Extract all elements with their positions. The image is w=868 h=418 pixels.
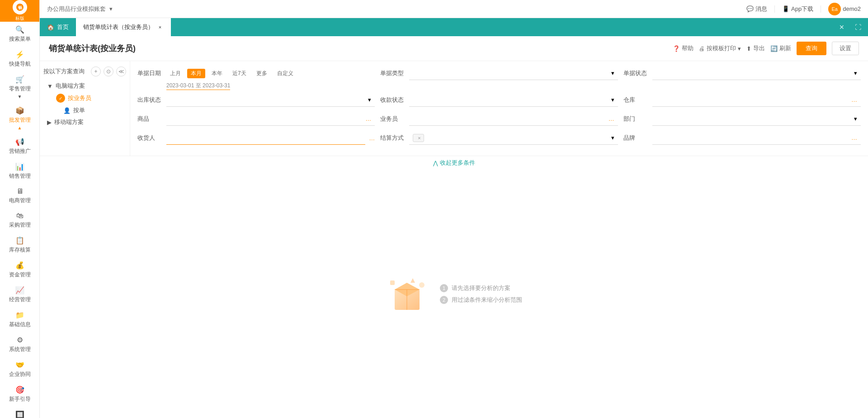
filter-row-1: 单据日期 上月 本月 本年 近7天 更多 自定义 单据类型 [137, 66, 861, 80]
filter-salesperson: 业务员 … [380, 112, 618, 126]
sidebar-item-wholesale[interactable]: 📦 批发管理 ▲ [0, 103, 40, 134]
filter-warehouse: 仓库 … [623, 93, 861, 107]
help-button[interactable]: ❓ 帮助 [673, 44, 693, 52]
svg-text:畅: 畅 [18, 5, 22, 10]
tab-close-icon[interactable]: × [156, 24, 164, 31]
user-button[interactable]: Ea demo2 [828, 3, 861, 15]
warehouse-dots[interactable]: … [851, 96, 857, 103]
date-last-month-btn[interactable]: 上月 [166, 69, 184, 78]
receiver-input[interactable] [166, 131, 365, 145]
sidebar-item-newbie[interactable]: 🎯 新手引导 [0, 382, 40, 407]
sales-icon: 📊 [15, 162, 24, 171]
window-close-button[interactable]: ✕ [835, 21, 848, 33]
settings-button[interactable]: 设置 [832, 42, 859, 55]
sidebar-item-marketing[interactable]: 📢 营销推广 [0, 134, 40, 159]
receiver-label: 收货人 [137, 134, 163, 142]
right-panel: 单据日期 上月 本月 本年 近7天 更多 自定义 单据类型 [130, 61, 868, 156]
sidebar-item-inventory[interactable]: 📋 库存核算 [0, 233, 40, 257]
home-icon: 🏠 [47, 24, 54, 31]
left-panel: 按以下方案查询 + ⊙ ≪ ▼ 电脑端方案 [40, 61, 130, 156]
salesperson-dots[interactable]: … [609, 115, 614, 122]
sidebar-item-quick-nav[interactable]: ⚡ 快捷导航 [0, 47, 40, 71]
tree-item-by-order[interactable]: 👤 按单 [43, 104, 126, 116]
collapse-left-button[interactable]: ≪ [116, 66, 126, 76]
message-button[interactable]: 💬 消息 [746, 5, 767, 13]
breadcrumb-area: 办公用品行业模拟账套 ▾ [47, 5, 113, 13]
tab-bar: 🏠 首页 销货单统计表（按业务员） × ✕ ⛶ [40, 18, 868, 36]
sidebar-item-finance[interactable]: 💰 资金管理 [0, 257, 40, 282]
sidebar-item-ecommerce[interactable]: 🖥 电商管理 [0, 184, 40, 208]
warehouse-label: 仓库 [623, 96, 649, 104]
brand-dots[interactable]: … [851, 134, 857, 141]
goods-dots[interactable]: … [365, 115, 371, 122]
tree-item-by-salesperson[interactable]: ✓ 按业务员 [43, 92, 126, 104]
sidebar-item-apps[interactable]: 🔲 应用中心 [0, 407, 40, 418]
app-download-button[interactable]: 📱 App下载 [782, 5, 813, 13]
header-actions: 💬 消息 📱 App下载 Ea demo2 [746, 3, 861, 15]
tab-bar-actions: ✕ ⛶ [835, 21, 868, 33]
doc-status-select[interactable]: ▾ [652, 66, 861, 80]
sidebar-item-sales[interactable]: 📊 销售管理 [0, 159, 40, 184]
chevron-down-icon6: ▾ [854, 115, 857, 122]
filter-row-2: 出库状态 ▾ 收款状态 ▾ [137, 93, 861, 107]
brand-label: 品牌 [623, 134, 649, 142]
sidebar-item-operations[interactable]: 📈 经营管理 [0, 282, 40, 307]
left-panel-btns: + ⊙ ≪ [91, 66, 126, 76]
filter-payment: 收款状态 ▾ [380, 93, 618, 107]
scheme-settings-button[interactable]: ⊙ [104, 66, 113, 76]
add-scheme-button[interactable]: + [91, 66, 101, 76]
salesperson-select[interactable]: … [409, 112, 618, 126]
empty-hint-1: 1 请先选择要分析的方案 [440, 284, 522, 292]
sidebar-item-system[interactable]: ⚙ 系统管理 [0, 332, 40, 357]
chevron-down-icon: ▼ [18, 94, 22, 99]
logo-icon: 畅 [13, 0, 27, 14]
date-this-month-btn[interactable]: 本月 [187, 69, 205, 78]
doc-type-select[interactable]: ▾ [409, 66, 618, 80]
date-recent7-btn[interactable]: 近7天 [229, 69, 250, 78]
operations-icon: 📈 [15, 286, 24, 294]
payment-select[interactable]: ▾ [409, 93, 618, 107]
sidebar-item-basic[interactable]: 📁 基础信息 [0, 307, 40, 332]
settlement-select[interactable]: × ▾ [409, 131, 618, 145]
tree-group-mobile[interactable]: ▶ 移动端方案 [43, 116, 126, 128]
date-custom-btn[interactable]: 自定义 [274, 69, 297, 78]
date-more-btn[interactable]: 更多 [253, 69, 271, 78]
delivery-label: 出库状态 [137, 96, 163, 104]
filter-area: 按以下方案查询 + ⊙ ≪ ▼ 电脑端方案 [40, 61, 868, 156]
receiver-dots[interactable]: … [369, 135, 375, 142]
collapse-button[interactable]: ⋀ 收起更多条件 [433, 159, 475, 167]
tab-home[interactable]: 🏠 首页 [40, 18, 76, 36]
brand-select[interactable]: … [652, 131, 861, 145]
settlement-tag-close[interactable]: × [418, 135, 420, 141]
marketing-icon: 📢 [15, 138, 24, 146]
chevron-down-icon5: ▾ [611, 96, 614, 103]
goods-select[interactable]: … [166, 112, 375, 126]
export-button[interactable]: ⬆ 导出 [746, 44, 765, 52]
hint-num-1: 1 [440, 284, 448, 292]
query-button[interactable]: 查询 [797, 42, 826, 55]
sidebar-item-retail[interactable]: 🛒 零售管理 ▼ [0, 71, 40, 103]
date-this-year-btn[interactable]: 本年 [208, 69, 226, 78]
tree-group-desktop[interactable]: ▼ 电脑端方案 [43, 80, 126, 92]
empty-hint-2: 2 用过滤条件来缩小分析范围 [440, 296, 522, 304]
filter-doc-status: 单据状态 ▾ [623, 66, 861, 80]
sidebar-item-enterprise[interactable]: 🤝 企业协同 [0, 357, 40, 382]
sidebar-logo[interactable]: 畅 标版 [0, 0, 40, 22]
delivery-select[interactable]: ▾ [166, 93, 375, 107]
print-button[interactable]: 🖨 按模板打印 ▾ [699, 44, 741, 52]
warehouse-select[interactable]: … [652, 93, 861, 107]
settings-small-icon: ⊙ [106, 68, 111, 75]
tab-sales-stats[interactable]: 销货单统计表（按业务员） × [76, 18, 171, 36]
department-select[interactable]: ▾ [652, 112, 861, 126]
breadcrumb-arrow-icon[interactable]: ▾ [109, 5, 113, 12]
left-panel-title: 按以下方案查询 [43, 67, 85, 76]
collapse-bar: ⋀ 收起更多条件 [40, 156, 868, 170]
active-scheme-icon: ✓ [56, 94, 65, 103]
sidebar: 畅 标版 🔍 搜索菜单 ⚡ 快捷导航 🛒 零售管理 ▼ 📦 批发管理 ▲ 📢 营… [0, 0, 40, 418]
sidebar-item-search[interactable]: 🔍 搜索菜单 [0, 22, 40, 47]
date-filter: 上月 本月 本年 近7天 更多 自定义 [166, 69, 375, 78]
sidebar-item-purchase[interactable]: 🛍 采购管理 [0, 208, 40, 233]
collapse-left-icon: ≪ [118, 68, 124, 75]
refresh-button[interactable]: 🔄 刷新 [770, 44, 791, 52]
window-expand-button[interactable]: ⛶ [852, 21, 864, 33]
